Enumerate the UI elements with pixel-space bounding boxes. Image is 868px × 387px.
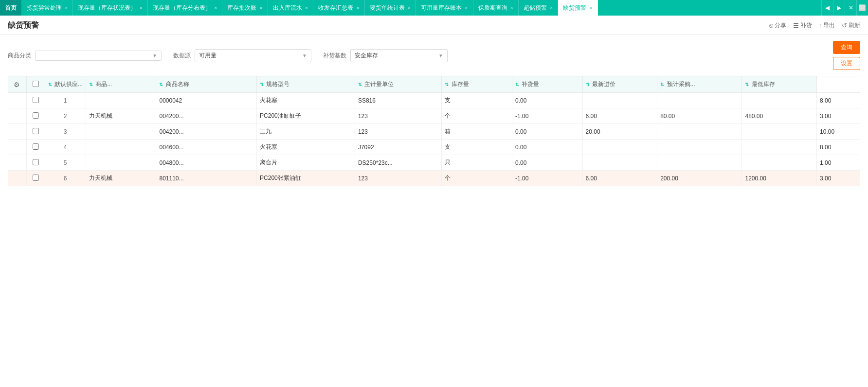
row-product-code: 004200... (156, 124, 257, 140)
export-icon: ↑ (819, 22, 822, 29)
row-checkbox[interactable] (33, 159, 39, 165)
tab-order-stat[interactable]: 要货单统计表 × (365, 0, 416, 16)
datasource-select[interactable]: 可用量 ▼ (195, 49, 311, 62)
row-gear-cell (8, 140, 26, 155)
replenish-button[interactable]: ☰ 补货 (793, 21, 812, 30)
tab-in-out-flow[interactable]: 出入库流水 × (268, 0, 313, 16)
refresh-button[interactable]: ↺ 刷新 (842, 21, 860, 30)
gear-column-header[interactable]: ⚙ (8, 76, 26, 93)
checkbox-column-header (26, 76, 45, 93)
row-checkbox[interactable] (33, 97, 39, 103)
replenish-basis-select[interactable]: 安全库存 ▼ (350, 49, 448, 62)
row-gear-cell (8, 124, 26, 140)
col-product-name[interactable]: ⇅ 商品名称 (156, 76, 257, 93)
row-checkbox[interactable] (33, 128, 39, 134)
close-icon[interactable]: × (408, 5, 411, 11)
page-container: 缺货预警 ⎋ 分享 ☰ 补货 ↑ 导出 ↺ 刷新 商品分类 (0, 16, 868, 387)
close-icon[interactable]: × (589, 5, 592, 11)
tab-bar: 首页 拣货异常处理 × 现存量（库存状况表） × 现存量（库存分布表） × 库存… (0, 0, 868, 16)
row-checkbox-cell[interactable] (26, 108, 45, 124)
col-unit[interactable]: ⇅ 主计量单位 (355, 76, 441, 93)
sort-icon: ⇅ (159, 82, 163, 87)
close-icon[interactable]: × (65, 5, 68, 11)
tab-stock-status[interactable]: 现存量（库存状况表） × (73, 0, 147, 16)
row-default-supplier (86, 93, 156, 108)
row-spec: 123 (355, 124, 441, 140)
row-product-name: PC200张紧油缸 (257, 171, 355, 186)
tab-overstock[interactable]: 超储预警 × (519, 0, 558, 16)
row-number: 4 (45, 140, 86, 155)
tab-label: 要货单统计表 (370, 4, 405, 12)
sort-icon: ⇅ (445, 82, 449, 87)
row-replenish-qty: 6.00 (582, 108, 657, 124)
query-button[interactable]: 查询 (833, 41, 860, 54)
close-icon[interactable]: × (139, 5, 142, 11)
row-checkbox[interactable] (33, 175, 39, 181)
row-checkbox-cell[interactable] (26, 155, 45, 171)
row-stock-qty: -1.00 (512, 171, 582, 186)
select-all-checkbox[interactable] (33, 81, 39, 87)
row-spec: DS250*23c... (355, 155, 441, 171)
col-min-stock[interactable]: ⇅ 最低库存 (742, 76, 817, 93)
chevron-down-icon: ▼ (438, 53, 443, 58)
col-latest-price[interactable]: ⇅ 最新进价 (582, 76, 657, 93)
close-icon[interactable]: × (259, 5, 262, 11)
row-min-stock: 8.00 (817, 93, 860, 108)
close-icon[interactable]: × (214, 5, 217, 11)
col-spec[interactable]: ⇅ 规格型号 (257, 76, 355, 93)
tab-home[interactable]: 首页 (0, 0, 22, 16)
row-checkbox-cell[interactable] (26, 171, 45, 186)
row-latest-price (657, 140, 742, 155)
col-replenish-qty[interactable]: ⇅ 补货量 (512, 76, 582, 93)
tab-stock-dist[interactable]: 现存量（库存分布表） × (148, 0, 222, 16)
tab-batch-account[interactable]: 库存批次账 × (222, 0, 268, 16)
sort-icon: ⇅ (260, 82, 264, 87)
close-icon[interactable]: × (305, 5, 308, 11)
col-default-supplier[interactable]: ⇅ 默认供应... (45, 76, 86, 93)
close-icon[interactable]: × (550, 5, 553, 11)
tab-close-all-button[interactable]: ✕ (845, 0, 856, 16)
row-checkbox[interactable] (33, 143, 39, 150)
category-select[interactable]: ▼ (35, 51, 162, 61)
tab-next-button[interactable]: ▶ (833, 0, 845, 16)
col-est-purchase[interactable]: ⇅ 预计采购... (657, 76, 742, 93)
tab-expiry-query[interactable]: 保质期查询 × (473, 0, 519, 16)
table-row: 2 力天机械 004200... PC200油缸缸子 123 个 -1.00 6… (8, 108, 860, 124)
tab-recv-summary[interactable]: 收发存汇总表 × (313, 0, 364, 16)
col-label: 最新进价 (592, 81, 615, 88)
col-stock-qty[interactable]: ⇅ 库存量 (442, 76, 512, 93)
row-number: 3 (45, 124, 86, 140)
row-min-stock: 1.00 (817, 155, 860, 171)
tab-maximize-button[interactable]: ⬜ (856, 0, 868, 16)
col-label: 补货量 (522, 81, 539, 88)
filter-area: 商品分类 ▼ 数据源 可用量 ▼ 补货基数 安全库存 ▼ 查询 设置 (0, 35, 868, 76)
row-min-stock: 3.00 (817, 108, 860, 124)
export-button[interactable]: ↑ 导出 (819, 21, 835, 30)
row-checkbox-cell[interactable] (26, 93, 45, 108)
row-checkbox-cell[interactable] (26, 140, 45, 155)
row-spec: 123 (355, 171, 441, 186)
close-icon[interactable]: × (356, 5, 359, 11)
share-button[interactable]: ⎋ 分享 (769, 21, 786, 30)
row-unit: 箱 (442, 124, 512, 140)
tab-nav-buttons: ◀ ▶ ✕ ⬜ (821, 0, 868, 16)
row-stock-qty: -1.00 (512, 108, 582, 124)
row-checkbox-cell[interactable] (26, 124, 45, 140)
col-product-code[interactable]: ⇅ 商品... (86, 76, 156, 93)
row-spec: 123 (355, 108, 441, 124)
col-label: 商品... (95, 81, 112, 88)
tab-shortage[interactable]: 缺货预警 × (558, 0, 597, 16)
close-icon[interactable]: × (465, 5, 468, 11)
tab-label: 保质期查询 (478, 4, 507, 12)
table-body: 1 0000042 火花塞 SS816 支 0.00 8.00 2 力天机械 0… (8, 93, 860, 186)
tab-defect-handle[interactable]: 拣货异常处理 × (22, 0, 73, 16)
close-icon[interactable]: × (510, 5, 513, 11)
row-checkbox[interactable] (33, 112, 39, 119)
sort-icon: ⇅ (358, 82, 362, 87)
row-product-code: 004800... (156, 155, 257, 171)
row-unit: 支 (442, 140, 512, 155)
tab-prev-button[interactable]: ◀ (821, 0, 833, 16)
settings-button[interactable]: 设置 (833, 57, 860, 70)
table-container: ⚙ ⇅ 默认供应... ⇅ 商品... ⇅ 商品名称 (0, 76, 868, 186)
tab-avail-ledger[interactable]: 可用量库存账本 × (416, 0, 473, 16)
